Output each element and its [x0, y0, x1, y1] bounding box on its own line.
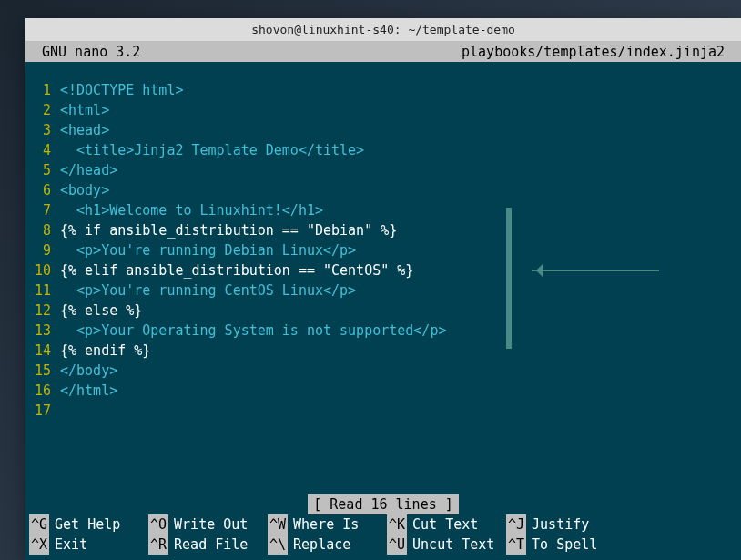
shortcut-key: ^U: [387, 535, 407, 555]
shortcut-label: To Spell: [532, 535, 597, 555]
shortcut-key: ^W: [268, 514, 288, 535]
shortcut-key: ^T: [506, 535, 526, 555]
shortcut-label: Where Is: [293, 514, 359, 535]
line-number: 16: [25, 381, 51, 401]
nano-header-bar: GNU nano 3.2 playbooks/templates/index.j…: [25, 42, 741, 62]
line-number: 2: [25, 100, 51, 120]
line-number: 17: [25, 401, 51, 421]
line-number: 14: [25, 341, 51, 361]
shortcut-item[interactable]: ^WWhere Is: [264, 514, 383, 535]
annotation-arrow-icon: [532, 270, 659, 271]
editor-area[interactable]: 1234567891011121314151617 <!DOCTYPE html…: [25, 62, 741, 494]
nano-file-path: playbooks/templates/index.jinja2: [462, 44, 725, 60]
shortcut-key: ^\: [268, 535, 288, 555]
code-line[interactable]: {% if ansible_distribution == "Debian" %…: [60, 220, 741, 240]
code-line[interactable]: {% else %}: [60, 300, 741, 321]
code-line[interactable]: {% endif %}: [60, 341, 741, 361]
shortcut-item[interactable]: ^JJustify: [502, 514, 622, 535]
code-line[interactable]: <head>: [60, 120, 741, 140]
code-line[interactable]: </body>: [60, 361, 741, 381]
line-number: 15: [25, 361, 51, 381]
window-title: shovon@linuxhint-s40: ~/template-demo: [251, 23, 515, 36]
code-line[interactable]: <p>You're running CentOS Linux</p>: [60, 280, 741, 300]
shortcut-key: ^X: [29, 535, 49, 555]
shortcut-item[interactable]: ^XExit: [25, 535, 145, 555]
code-line[interactable]: <title>Jinja2 Template Demo</title>: [60, 140, 741, 160]
line-number: 5: [25, 160, 51, 180]
nano-status-text: [ Read 16 lines ]: [308, 494, 459, 514]
shortcut-key: ^R: [148, 535, 168, 555]
shortcut-key: ^J: [506, 514, 526, 535]
shortcut-item[interactable]: ^\Replace: [264, 535, 383, 555]
shortcut-item[interactable]: ^GGet Help: [25, 514, 145, 535]
line-number: 11: [25, 280, 51, 300]
shortcut-label: Replace: [293, 535, 350, 555]
line-number: 10: [25, 260, 51, 280]
line-number: 7: [25, 200, 51, 220]
code-line[interactable]: <body>: [60, 180, 741, 200]
shortcut-item[interactable]: ^TTo Spell: [502, 535, 622, 555]
shortcut-item[interactable]: ^RRead File: [145, 535, 264, 555]
shortcut-label: Cut Text: [412, 514, 478, 535]
shortcut-item[interactable]: ^UUncut Text: [383, 535, 502, 555]
code-line[interactable]: <p>You're running Debian Linux</p>: [60, 240, 741, 260]
code-content[interactable]: <!DOCTYPE html><html><head> <title>Jinja…: [55, 80, 741, 494]
shortcut-label: Read File: [174, 535, 248, 555]
line-number: 9: [25, 240, 51, 260]
line-number: 13: [25, 321, 51, 341]
annotation-bracket: [506, 208, 512, 349]
shortcut-label: Get Help: [55, 514, 120, 535]
window-titlebar[interactable]: shovon@linuxhint-s40: ~/template-demo: [25, 18, 741, 42]
shortcut-label: Write Out: [174, 514, 248, 535]
line-number: 6: [25, 180, 51, 200]
line-number: 8: [25, 220, 51, 240]
line-number: 4: [25, 140, 51, 160]
shortcut-key: ^O: [148, 514, 168, 535]
nano-app-name: GNU nano 3.2: [42, 44, 140, 60]
code-line[interactable]: <html>: [60, 100, 741, 120]
shortcut-label: Uncut Text: [412, 535, 494, 555]
line-number: 12: [25, 300, 51, 321]
code-line[interactable]: </html>: [60, 381, 741, 401]
line-number: 1: [25, 80, 51, 100]
shortcut-item[interactable]: ^KCut Text: [383, 514, 502, 535]
code-line[interactable]: <p>Your Operating System is not supporte…: [60, 321, 741, 341]
shortcut-key: ^K: [387, 514, 407, 535]
code-line[interactable]: </head>: [60, 160, 741, 180]
nano-shortcut-bar: ^GGet Help^OWrite Out^WWhere Is^KCut Tex…: [25, 514, 741, 560]
shortcut-label: Exit: [55, 535, 87, 555]
shortcut-label: Justify: [532, 514, 589, 535]
line-number-gutter: 1234567891011121314151617: [25, 80, 55, 494]
nano-status-line: [ Read 16 lines ]: [25, 494, 741, 514]
shortcut-key: ^G: [29, 514, 49, 535]
code-line[interactable]: <h1>Welcome to Linuxhint!</h1>: [60, 200, 741, 220]
line-number: 3: [25, 120, 51, 140]
code-line[interactable]: <!DOCTYPE html>: [60, 80, 741, 100]
shortcut-item[interactable]: ^OWrite Out: [145, 514, 264, 535]
terminal-window: shovon@linuxhint-s40: ~/template-demo GN…: [25, 18, 741, 560]
code-line[interactable]: [60, 401, 741, 421]
